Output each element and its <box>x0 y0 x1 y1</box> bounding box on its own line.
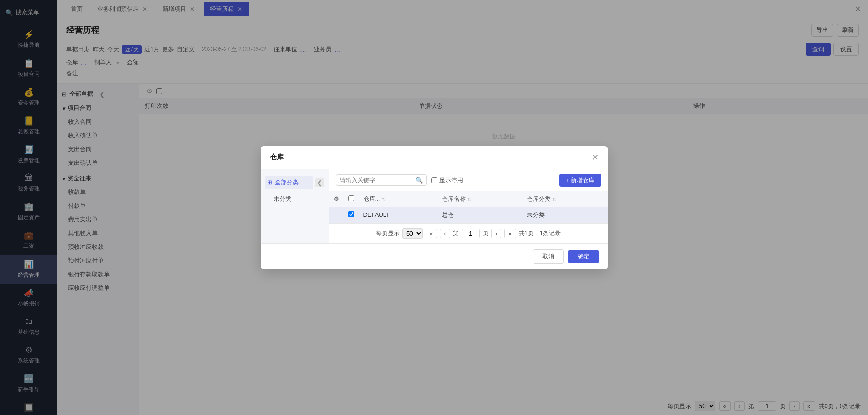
row-checkbox-cell[interactable] <box>344 207 359 223</box>
modal-title: 仓库 <box>270 153 284 162</box>
row-name-cell: 总仓 <box>437 207 522 223</box>
modal-header: 仓库 ✕ <box>261 146 608 169</box>
confirm-button[interactable]: 确定 <box>568 250 599 263</box>
modal-per-page-select[interactable]: 50 <box>402 228 423 239</box>
col-gear[interactable]: ⚙ <box>329 191 344 207</box>
modal-search-box[interactable]: 🔍 <box>336 174 427 186</box>
modal-left-nav: ⊞ 全部分类 ❮ 未分类 <box>261 169 329 243</box>
modal-first-page[interactable]: « <box>426 229 437 238</box>
row-checkbox[interactable] <box>348 211 354 217</box>
modal-pagination: 每页显示 50 « ‹ 第 页 › » 共1页，1条记录 <box>329 223 608 243</box>
modal-nav-all-categories[interactable]: ⊞ 全部分类 <box>265 176 313 189</box>
sort-icon-name: ⇅ <box>468 197 471 202</box>
sort-icon-category: ⇅ <box>552 197 556 202</box>
warehouse-modal: 仓库 ✕ ⊞ 全部分类 ❮ 未分类 <box>261 146 608 269</box>
gear-icon[interactable]: ⚙ <box>334 195 339 202</box>
modal-total-text: 共1页，1条记录 <box>519 229 561 237</box>
modal-page-input[interactable] <box>462 229 480 238</box>
modal-table: ⚙ 仓库... ⇅ 仓库名称 ⇅ 仓库分类 ⇅ DEFAU <box>329 191 608 223</box>
modal-close-button[interactable]: ✕ <box>592 152 599 163</box>
add-warehouse-button[interactable]: + 新增仓库 <box>559 174 601 187</box>
sort-icon-code: ⇅ <box>382 197 385 202</box>
modal-page-label: 第 <box>453 229 459 237</box>
col-checkbox[interactable] <box>344 191 359 207</box>
modal-last-page[interactable]: » <box>504 229 516 238</box>
modal-search-icon[interactable]: 🔍 <box>416 177 423 184</box>
modal-page-suffix: 页 <box>483 229 489 237</box>
cancel-button[interactable]: 取消 <box>533 249 564 264</box>
modal-footer: 取消 确定 <box>261 243 608 269</box>
all-categories-icon: ⊞ <box>267 179 272 186</box>
col-warehouse-name: 仓库名称 ⇅ <box>437 191 522 207</box>
modal-table-wrap: ⚙ 仓库... ⇅ 仓库名称 ⇅ 仓库分类 ⇅ DEFAU <box>329 191 608 223</box>
col-warehouse-code: 仓库... ⇅ <box>359 191 438 207</box>
col-warehouse-category: 仓库分类 ⇅ <box>522 191 607 207</box>
modal-search-input[interactable] <box>340 177 413 184</box>
modal-body: ⊞ 全部分类 ❮ 未分类 🔍 显示 <box>261 169 608 243</box>
modal-select-all[interactable] <box>348 195 354 201</box>
modal-nav-collapse-btn[interactable]: ❮ <box>315 178 324 187</box>
show-disabled-checkbox[interactable] <box>431 177 437 183</box>
show-disabled-label[interactable]: 显示停用 <box>431 176 463 184</box>
modal-overlay[interactable]: 仓库 ✕ ⊞ 全部分类 ❮ 未分类 <box>0 0 868 415</box>
modal-right-content: 🔍 显示停用 + 新增仓库 ⚙ 仓库... ⇅ <box>329 169 608 243</box>
row-gear-cell <box>329 207 344 223</box>
modal-nav-unclassified[interactable]: 未分类 <box>261 192 329 206</box>
row-category-cell: 未分类 <box>522 207 607 223</box>
row-code-cell: DEFAULT <box>359 207 438 223</box>
table-row[interactable]: DEFAULT 总仓 未分类 <box>329 207 608 223</box>
modal-per-page-label: 每页显示 <box>376 229 400 237</box>
modal-next-page[interactable]: › <box>491 229 501 238</box>
modal-toolbar: 🔍 显示停用 + 新增仓库 <box>329 169 608 191</box>
all-categories-label: 全部分类 <box>275 179 299 187</box>
show-disabled-text: 显示停用 <box>439 176 463 184</box>
modal-prev-page[interactable]: ‹ <box>440 229 450 238</box>
